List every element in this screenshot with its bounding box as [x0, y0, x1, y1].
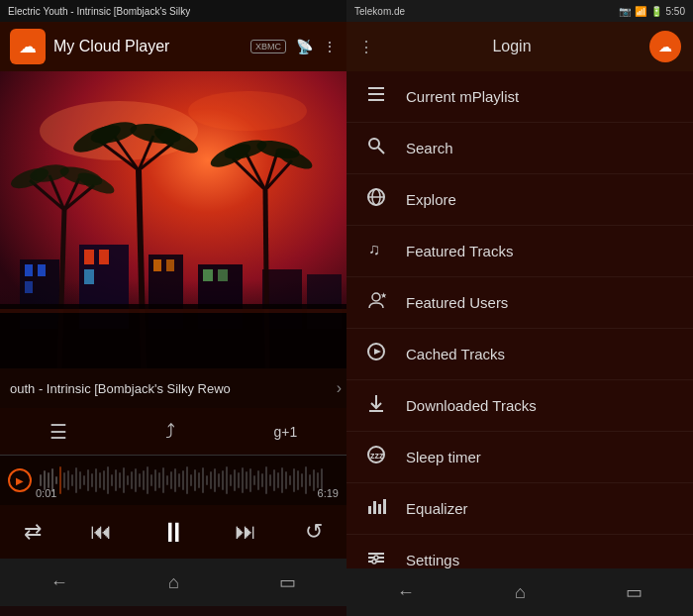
- svg-rect-88: [190, 474, 192, 486]
- home-button-right[interactable]: ⌂: [515, 582, 526, 603]
- album-art: [0, 71, 346, 368]
- menu-icon-search: [362, 136, 390, 160]
- menu-icon-playlist: [362, 84, 390, 109]
- back-button-right[interactable]: ←: [397, 582, 415, 603]
- svg-rect-105: [257, 470, 259, 490]
- svg-rect-116: [301, 473, 303, 487]
- svg-rect-108: [269, 474, 271, 486]
- svg-rect-54: [55, 476, 57, 484]
- menu-label-settings: Settings: [406, 552, 459, 568]
- signal-icon: 📶: [635, 6, 646, 17]
- svg-rect-142: [383, 499, 386, 514]
- menu-item-search[interactable]: Search: [346, 123, 693, 174]
- menu-item-equalizer[interactable]: Equalizer: [346, 483, 693, 535]
- login-title[interactable]: Login: [374, 38, 649, 55]
- menu-item-playlist[interactable]: Current mPlaylist: [346, 71, 693, 123]
- menu-item-sleep-timer[interactable]: zzzSleep timer: [346, 432, 693, 483]
- svg-rect-87: [186, 466, 188, 494]
- svg-rect-114: [293, 468, 295, 492]
- menu-item-featured-users[interactable]: ★Featured Users: [346, 277, 693, 329]
- svg-rect-82: [166, 475, 168, 485]
- svg-rect-79: [154, 469, 156, 491]
- svg-rect-72: [127, 475, 129, 485]
- svg-text:zzz: zzz: [370, 451, 384, 461]
- svg-rect-12: [84, 269, 94, 284]
- home-button-left[interactable]: ⌂: [168, 572, 179, 593]
- playback-controls: ⇄ ⏮ ⏸ ⏭ ↺: [0, 505, 346, 559]
- menu-label-downloaded-tracks: Downloaded Tracks: [406, 397, 537, 414]
- menu-label-featured-users: Featured Users: [406, 294, 508, 311]
- pause-button[interactable]: ⏸: [159, 516, 187, 549]
- svg-rect-80: [158, 472, 160, 488]
- share-button[interactable]: ⤴: [165, 420, 175, 443]
- svg-rect-6: [25, 264, 33, 276]
- svg-rect-66: [103, 470, 105, 490]
- left-panel: Electric Youth - Intrinsic [Bombjack's S…: [0, 0, 346, 616]
- back-button-left[interactable]: ←: [50, 572, 68, 593]
- menu-item-cached-tracks[interactable]: Cached Tracks: [346, 329, 693, 380]
- repeat-button[interactable]: ↺: [305, 519, 323, 545]
- svg-marker-134: [374, 349, 381, 355]
- prev-button[interactable]: ⏮: [90, 519, 112, 545]
- svg-rect-102: [246, 471, 248, 489]
- svg-rect-70: [119, 472, 121, 488]
- svg-rect-99: [234, 469, 236, 491]
- menu-item-settings[interactable]: Settings: [346, 535, 693, 568]
- svg-rect-81: [162, 467, 164, 493]
- svg-rect-93: [210, 471, 212, 489]
- svg-rect-119: [313, 469, 315, 491]
- svg-rect-14: [153, 259, 161, 271]
- mini-play-button[interactable]: ▶: [8, 468, 32, 492]
- svg-rect-107: [265, 466, 267, 494]
- action-buttons: ☰ ⤴ g+1: [0, 408, 346, 456]
- svg-rect-56: [63, 472, 65, 488]
- svg-point-149: [372, 560, 376, 564]
- recent-button-left[interactable]: ▭: [279, 571, 296, 593]
- recent-button-right[interactable]: ▭: [626, 581, 643, 603]
- menu-label-featured-tracks: Featured Tracks: [406, 243, 513, 259]
- cast-icon[interactable]: 📡: [296, 39, 313, 54]
- nav-bar-right: ← ⌂ ▭: [346, 568, 693, 616]
- menu-item-featured-tracks[interactable]: ♫Featured Tracks: [346, 226, 693, 277]
- svg-rect-110: [277, 472, 279, 488]
- menu-label-playlist: Current mPlaylist: [406, 88, 519, 105]
- more-icon[interactable]: ⋮: [323, 39, 337, 54]
- menu-icon-equalizer: [362, 496, 390, 521]
- svg-rect-98: [230, 474, 232, 486]
- svg-rect-139: [368, 506, 371, 514]
- queue-button[interactable]: ☰: [50, 420, 67, 444]
- menu-list: Current mPlaylistSearchExplore♫Featured …: [346, 71, 693, 568]
- gplus-button[interactable]: g+1: [274, 424, 298, 440]
- track-info-text: outh - Intrinsic [Bombjack's Silky Rewo: [10, 381, 231, 396]
- status-bar-right: Telekom.de 📷 📶 🔋 5:50: [346, 0, 693, 22]
- svg-rect-95: [218, 473, 220, 487]
- svg-rect-68: [111, 474, 113, 486]
- status-bar-left: Electric Youth - Intrinsic [Bombjack's S…: [0, 0, 346, 22]
- menu-item-explore[interactable]: Explore: [346, 174, 693, 226]
- waveform-area[interactable]: ▶ // draw waveform bars: [0, 456, 346, 505]
- svg-point-2: [188, 91, 307, 131]
- svg-rect-120: [317, 472, 319, 488]
- next-button[interactable]: ⏭: [235, 519, 256, 545]
- svg-rect-86: [182, 470, 184, 490]
- svg-rect-7: [38, 264, 46, 276]
- svg-rect-10: [84, 250, 94, 264]
- cloud-icon-right: ☁: [649, 31, 681, 62]
- menu-label-sleep-timer: Sleep timer: [406, 449, 481, 465]
- time-start: 0:01: [36, 487, 56, 499]
- svg-rect-8: [25, 281, 33, 293]
- menu-label-equalizer: Equalizer: [406, 500, 468, 517]
- svg-text:★: ★: [380, 291, 386, 300]
- status-title: Electric Youth - Intrinsic [Bombjack's S…: [8, 6, 190, 17]
- menu-icon-featured-users: ★: [362, 290, 390, 315]
- svg-rect-100: [238, 472, 240, 488]
- svg-rect-115: [297, 470, 299, 490]
- app-title: My Cloud Player: [53, 38, 243, 55]
- track-info-bar: outh - Intrinsic [Bombjack's Silky Rewo …: [0, 368, 346, 408]
- shuffle-button[interactable]: ⇄: [24, 519, 42, 545]
- menu-dots-icon[interactable]: ⋮: [358, 38, 374, 56]
- menu-item-downloaded-tracks[interactable]: Downloaded Tracks: [346, 380, 693, 432]
- xbmc-badge[interactable]: XBMC: [250, 40, 286, 53]
- svg-rect-85: [178, 473, 180, 487]
- svg-rect-73: [131, 471, 133, 489]
